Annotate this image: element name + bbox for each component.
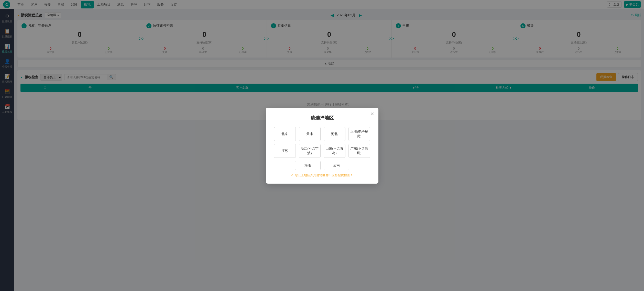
region-select-modal: ✕ 请选择地区 北京天津河北上海(电子税局)江苏浙江(不含宁波)山东(不含青岛)… [266, 108, 378, 184]
region-row-2: 江苏浙江(不含宁波)山东(不含青岛)广东(不含深圳) [274, 144, 370, 158]
modal-title: 请选择地区 [274, 115, 370, 121]
modal-close-button[interactable]: ✕ [370, 111, 374, 117]
region-btn-jiangsu[interactable]: 江苏 [274, 144, 296, 158]
warning-icon: ⚠ [291, 173, 294, 177]
warning-text: 除以上地区外其他地区暂不支持报税检查！ [295, 173, 353, 177]
region-btn-tianjin[interactable]: 天津 [299, 127, 321, 141]
region-row-1: 北京天津河北上海(电子税局) [274, 127, 370, 141]
region-btn-hainan[interactable]: 海南 [295, 161, 321, 170]
region-grid: 北京天津河北上海(电子税局)江苏浙江(不含宁波)山东(不含青岛)广东(不含深圳)… [274, 127, 370, 170]
region-btn-yunnan[interactable]: 云南 [324, 161, 349, 170]
modal-overlay[interactable]: ✕ 请选择地区 北京天津河北上海(电子税局)江苏浙江(不含宁波)山东(不含青岛)… [0, 0, 644, 291]
region-btn-hebei[interactable]: 河北 [324, 127, 345, 141]
modal-warning: ⚠ 除以上地区外其他地区暂不支持报税检查！ [274, 173, 370, 177]
region-btn-shanghai[interactable]: 上海(电子税局) [348, 127, 370, 141]
region-btn-shandong[interactable]: 山东(不含青岛) [324, 144, 345, 158]
region-btn-zhejiang[interactable]: 浙江(不含宁波) [299, 144, 321, 158]
region-btn-guangdong[interactable]: 广东(不含深圳) [348, 144, 370, 158]
region-row-3: 海南云南 [274, 161, 370, 170]
region-btn-beijing[interactable]: 北京 [274, 127, 296, 141]
